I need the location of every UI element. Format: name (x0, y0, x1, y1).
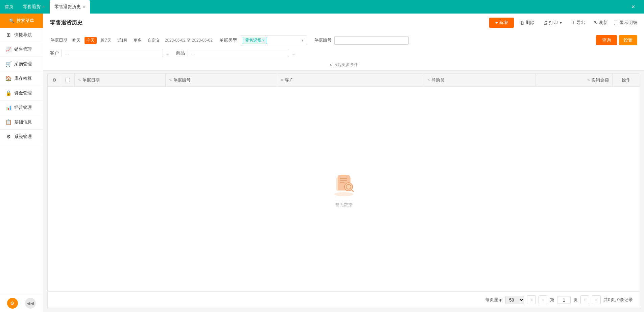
select-all-checkbox[interactable] (66, 78, 70, 82)
sidebar: 🔍 搜索菜单 ⊞ 快捷导航 📈 销售管理 🛒 采购管理 🏠 库存核算 🔒 资金管… (0, 14, 43, 312)
refresh-icon: ↻ (594, 20, 598, 25)
inventory-icon: 🏠 (5, 75, 11, 82)
sidebar-item-sales-mgmt[interactable]: 📈 销售管理 (0, 42, 43, 57)
doc-type-select[interactable]: 零售退货 × ▼ (240, 36, 307, 45)
window-close-button[interactable]: × (628, 1, 639, 12)
display-detail-input[interactable] (614, 21, 618, 25)
purchase-icon: 🛒 (5, 61, 11, 67)
sales-icon: 📈 (5, 46, 11, 52)
date-btn-custom[interactable]: 自定义 (146, 37, 162, 44)
pagination-bar: 每页显示 50 10 20 100 « ‹ 第 页 › » 共0页, 0条记录 (47, 292, 640, 308)
search-icon: 🔍 (9, 18, 15, 23)
th-no[interactable]: ⇅ 单据编号 (166, 74, 278, 86)
print-chevron-icon: ▼ (559, 21, 563, 25)
doc-no-input[interactable] (334, 36, 409, 45)
gear-icon: ⚙ (52, 77, 56, 83)
date-filter-group: 单据日期 昨天 今天 近7天 近1月 更多 自定义 2023-06-02 至 2… (50, 37, 213, 44)
sidebar-item-base-info[interactable]: 📋 基础信息 (0, 115, 43, 130)
query-button[interactable]: 查询 (596, 35, 617, 45)
sidebar-item-system-mgmt[interactable]: ⚙ 系统管理 (0, 130, 43, 144)
tab-return[interactable]: 零售退货 × (18, 0, 50, 14)
collapse-bar[interactable]: ∧ 收起更多条件 (50, 61, 637, 70)
empty-illustration (330, 171, 357, 198)
th-date[interactable]: ⇅ 单据日期 (75, 74, 166, 86)
sidebar-bottom: ⚙ ◀◀ (0, 294, 43, 312)
date-btn-1month[interactable]: 近1月 (115, 37, 130, 44)
page-number-input[interactable] (557, 296, 571, 304)
prev-page-button[interactable]: ‹ (539, 295, 547, 304)
content-area: 零售退货历史 + 新增 🗑 删除 🖨 打印 ▼ ⇧ 导出 (43, 14, 644, 312)
delete-button[interactable]: 🗑 删除 (517, 18, 537, 27)
quick-nav-icon: ⊞ (5, 32, 11, 38)
page-title: 零售退货历史 (50, 19, 82, 26)
first-page-button[interactable]: « (527, 295, 536, 304)
per-page-label: 每页显示 (485, 297, 503, 303)
main-layout: 🔍 搜索菜单 ⊞ 快捷导航 📈 销售管理 🛒 采购管理 🏠 库存核算 🔒 资金管… (0, 14, 644, 312)
doc-type-tag-close[interactable]: × (262, 38, 265, 43)
date-btn-yesterday[interactable]: 昨天 (70, 37, 82, 44)
last-page-button[interactable]: » (592, 295, 601, 304)
sort-customer-icon: ⇅ (281, 78, 283, 82)
date-range-display: 2023-06-02 至 2023-06-02 (165, 38, 212, 43)
sort-date-icon: ⇅ (78, 78, 81, 82)
th-amount[interactable]: ⇅ 实销金额 (536, 74, 613, 86)
page-unit: 页 (573, 297, 578, 303)
table-body: 暂无数据 (48, 87, 640, 291)
sidebar-item-operations[interactable]: 📊 经营管理 (0, 101, 43, 115)
new-button[interactable]: + 新增 (489, 18, 514, 28)
th-guide[interactable]: ⇅ 导购员 (424, 74, 536, 86)
per-page-select[interactable]: 50 10 20 100 (505, 296, 524, 304)
date-btn-7days[interactable]: 近7天 (99, 37, 113, 44)
toolbar: + 新增 🗑 删除 🖨 打印 ▼ ⇧ 导出 ↻ (489, 18, 637, 28)
action-buttons: 查询 设置 (596, 35, 637, 45)
print-button[interactable]: 🖨 打印 ▼ (541, 18, 565, 27)
goods-browse-icon[interactable]: ... (292, 50, 295, 55)
system-icon: ⚙ (5, 134, 11, 140)
filter-row-2: 客户 ... 商品 ... (50, 49, 637, 57)
sidebar-search[interactable]: 🔍 搜索菜单 (0, 14, 43, 28)
display-detail-checkbox[interactable]: 显示明细 (614, 20, 637, 26)
filter-area: 单据日期 昨天 今天 近7天 近1月 更多 自定义 2023-06-02 至 2… (50, 32, 637, 70)
date-btn-today[interactable]: 今天 (85, 37, 97, 44)
refresh-button[interactable]: ↻ 刷新 (591, 18, 611, 27)
operations-icon: 📊 (5, 105, 11, 111)
sidebar-item-quick-nav[interactable]: ⊞ 快捷导航 (0, 28, 43, 42)
th-customer[interactable]: ⇅ 客户 (277, 74, 424, 86)
sidebar-settings-button[interactable]: ⚙ (7, 298, 18, 309)
total-text: 共0页, 0条记录 (603, 297, 633, 303)
export-button[interactable]: ⇧ 导出 (569, 18, 588, 27)
export-icon: ⇧ (571, 20, 575, 25)
sidebar-item-finance[interactable]: 🔒 资金管理 (0, 86, 43, 101)
tab-history-close[interactable]: × (83, 4, 85, 9)
top-bar-right: × (628, 1, 644, 12)
doc-type-chevron-icon: ▼ (301, 39, 304, 42)
tab-history[interactable]: 零售退货历史 × (50, 0, 90, 14)
th-settings[interactable]: ⚙ (48, 74, 61, 86)
filter-row-1: 单据日期 昨天 今天 近7天 近1月 更多 自定义 2023-06-02 至 2… (50, 35, 637, 45)
th-action: 操作 (613, 74, 640, 86)
doc-no-filter-group: 单据编号 (314, 36, 409, 45)
sidebar-item-purchase-mgmt[interactable]: 🛒 采购管理 (0, 57, 43, 71)
empty-state: 暂无数据 (330, 171, 357, 208)
collapse-icon: ∧ (329, 63, 332, 67)
sort-amount-icon: ⇅ (587, 78, 590, 82)
empty-text: 暂无数据 (335, 202, 353, 208)
next-page-button[interactable]: › (580, 295, 589, 304)
tab-return-close[interactable]: × (43, 4, 45, 9)
th-checkbox[interactable] (61, 74, 75, 86)
delete-icon: 🗑 (520, 20, 524, 25)
date-btn-more[interactable]: 更多 (132, 37, 144, 44)
sidebar-audio-button[interactable]: ◀◀ (25, 298, 36, 309)
settings-button[interactable]: 设置 (619, 35, 637, 45)
tab-home[interactable]: 首页 (0, 0, 18, 14)
page-title-row: 零售退货历史 + 新增 🗑 删除 🖨 打印 ▼ ⇧ 导出 (50, 18, 637, 28)
sort-guide-icon: ⇅ (427, 78, 430, 82)
page-header: 零售退货历史 + 新增 🗑 删除 🖨 打印 ▼ ⇧ 导出 (43, 14, 644, 71)
doc-type-tag: 零售退货 × (243, 37, 267, 44)
customer-input[interactable] (62, 49, 163, 57)
sidebar-item-inventory[interactable]: 🏠 库存核算 (0, 71, 43, 86)
goods-input[interactable] (188, 49, 289, 57)
svg-point-0 (334, 192, 353, 196)
top-bar: 首页 零售退货 × 零售退货历史 × × (0, 0, 644, 14)
customer-browse-icon[interactable]: ... (166, 50, 169, 55)
